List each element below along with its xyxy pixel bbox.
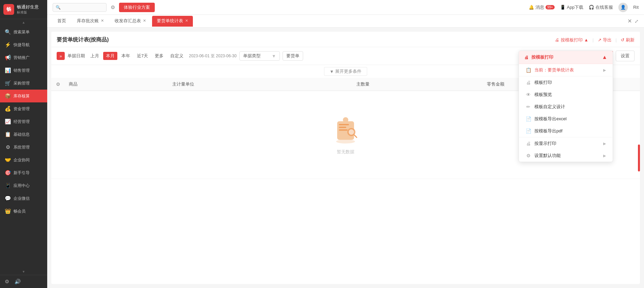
sidebar-scroll-down[interactable]: ▼ bbox=[0, 268, 47, 275]
settings-button[interactable]: 设置 bbox=[616, 51, 635, 61]
sidebar-item-inventory[interactable]: 📦 库存核算 bbox=[0, 90, 47, 102]
app-download-button[interactable]: 📱 App下载 bbox=[560, 4, 583, 10]
headset-icon: 🎧 bbox=[589, 5, 594, 10]
sidebar-item-purchase[interactable]: 🛒 采购管理 bbox=[0, 77, 47, 90]
refresh-button[interactable]: ↺ 刷新 bbox=[621, 37, 635, 43]
sales-icon: 📊 bbox=[5, 67, 11, 73]
sidebar-scroll-up[interactable]: ▲ bbox=[0, 19, 47, 26]
topbar: 🔍 ⚙ 体验行业方案 🔔 消息 99+ 📱 App下载 🎧 在线客服 👤 Rit bbox=[47, 0, 644, 15]
logo-icon: 畅 bbox=[3, 4, 14, 15]
messages-button[interactable]: 🔔 消息 99+ bbox=[529, 4, 555, 10]
page-actions: 🖨 按模板打印 ▲ | ↗ 导出 | ↺ 刷新 bbox=[555, 37, 635, 43]
svg-line-7 bbox=[354, 135, 357, 137]
close-all-tabs-button[interactable]: ✕ bbox=[627, 18, 632, 24]
gear-icon[interactable]: ⚙ bbox=[56, 82, 60, 87]
set-default-icon: ⚙ bbox=[526, 153, 531, 158]
sidebar-item-enterprise-wechat[interactable]: 💬 企业微信 bbox=[0, 192, 47, 205]
date-btn-this-year[interactable]: 本年 bbox=[119, 52, 133, 60]
print-dropdown-export-pdf[interactable]: 📄 按模板导出pdf bbox=[519, 125, 613, 137]
online-service-button[interactable]: 🎧 在线客服 bbox=[589, 4, 613, 10]
main-content: 🔍 ⚙ 体验行业方案 🔔 消息 99+ 📱 App下载 🎧 在线客服 👤 Rit bbox=[47, 0, 644, 288]
print-dropdown-current[interactable]: 📋 当前：要货单统计表 ▶ bbox=[519, 64, 613, 76]
filter-expand-button[interactable]: » bbox=[57, 52, 65, 60]
sidebar-item-finance[interactable]: 💰 资金管理 bbox=[0, 102, 47, 115]
doc-type-dropdown[interactable]: 单据类型 ▼ bbox=[239, 51, 280, 61]
right-scroll-indicator[interactable] bbox=[638, 145, 640, 171]
template-design-icon: ✏ bbox=[526, 104, 531, 109]
topbar-search[interactable]: 🔍 bbox=[53, 3, 107, 12]
refresh-icon: ↺ bbox=[621, 37, 624, 42]
order-type-input[interactable]: 要货单 bbox=[283, 51, 303, 61]
finance-icon: 💰 bbox=[5, 106, 11, 112]
app-logo: 畅 畅通好生意 标准版 bbox=[0, 0, 47, 19]
user-avatar[interactable]: 👤 bbox=[618, 3, 628, 12]
sidebar-item-enterprise[interactable]: 🤝 企业协同 bbox=[0, 154, 47, 166]
date-btn-7days[interactable]: 近7天 bbox=[134, 52, 151, 60]
svg-point-0 bbox=[336, 139, 355, 143]
date-btn-more[interactable]: 更多 bbox=[152, 52, 166, 60]
tab-close-order-summary[interactable]: ✕ bbox=[185, 19, 188, 23]
member-icon: 👑 bbox=[5, 208, 11, 214]
print-dropdown-display-print[interactable]: 🖨 按显示打印 ▶ bbox=[519, 137, 613, 150]
newcomer-icon: 🎯 bbox=[5, 170, 11, 176]
print-dropdown-arrow: ▲ bbox=[584, 37, 588, 42]
sidebar-item-operations[interactable]: 📈 经营管理 bbox=[0, 115, 47, 128]
print-icon: 🖨 bbox=[555, 37, 559, 42]
chevron-right-icon-3: ▶ bbox=[603, 154, 606, 158]
tab-collection-summary[interactable]: 收发存汇总表 ✕ bbox=[110, 16, 151, 27]
export-button[interactable]: ↗ 导出 bbox=[598, 37, 612, 43]
settings-icon[interactable]: ⚙ bbox=[5, 279, 9, 285]
logo-text: 畅通好生意 标准版 bbox=[17, 4, 39, 14]
print-button[interactable]: 🖨 按模板打印 ▲ bbox=[555, 37, 588, 43]
display-print-icon: 🖨 bbox=[526, 141, 531, 146]
tab-inventory-batch[interactable]: 库存批次账 ✕ bbox=[72, 16, 109, 27]
print-dropdown-template-print[interactable]: 🖨 模板打印 bbox=[519, 76, 613, 89]
expand-tabs-button[interactable]: ⤢ bbox=[635, 19, 639, 24]
sidebar-item-basic-info[interactable]: 📋 基础信息 bbox=[0, 128, 47, 141]
user-name[interactable]: Rit bbox=[633, 5, 639, 10]
date-options: 上月 本月 本年 近7天 更多 自定义 bbox=[88, 52, 186, 60]
purchase-icon: 🛒 bbox=[5, 80, 11, 86]
svg-rect-4 bbox=[339, 129, 348, 131]
speaker-icon[interactable]: 🔊 bbox=[14, 279, 21, 285]
print-dropdown-title: 🖨 按模板打印 bbox=[524, 54, 553, 60]
sidebar-item-app-center[interactable]: 📱 应用中心 bbox=[0, 179, 47, 192]
mobile-icon: 📱 bbox=[560, 5, 565, 10]
tab-close-collection-summary[interactable]: ✕ bbox=[143, 19, 146, 23]
tabs-bar: 首页 库存批次账 ✕ 收发存汇总表 ✕ 要货单统计表 ✕ ✕ ⤢ bbox=[47, 15, 644, 28]
tabs-actions: ✕ ⤢ bbox=[627, 18, 639, 24]
enterprise-wechat-icon: 💬 bbox=[5, 195, 11, 201]
tab-close-inventory-batch[interactable]: ✕ bbox=[101, 19, 104, 23]
svg-rect-2 bbox=[339, 124, 349, 125]
tab-home[interactable]: 首页 bbox=[53, 16, 71, 27]
trial-button[interactable]: 体验行业方案 bbox=[119, 3, 155, 12]
sidebar-item-newcomer[interactable]: 🎯 新手引导 bbox=[0, 166, 47, 179]
gear-icon[interactable]: ⚙ bbox=[111, 4, 115, 10]
svg-point-6 bbox=[349, 129, 354, 135]
avatar-placeholder: 👤 bbox=[620, 5, 626, 10]
table-header-gear[interactable]: ⚙ bbox=[51, 78, 65, 91]
print-dropdown-close-button[interactable]: ▲ bbox=[602, 54, 607, 60]
print-dropdown-template-design[interactable]: ✏ 模板自定义设计 bbox=[519, 101, 613, 113]
page-card: 要货单统计表(按商品) 🖨 按模板打印 ▲ | ↗ 导出 | ↺ bbox=[51, 32, 640, 284]
table-header-product: 商品 bbox=[65, 78, 168, 91]
empty-text: 暂无数据 bbox=[337, 149, 354, 155]
date-btn-custom[interactable]: 自定义 bbox=[168, 52, 186, 60]
print-dropdown-export-excel[interactable]: 📄 按模板导出excel bbox=[519, 113, 613, 125]
sidebar-item-system[interactable]: ⚙ 系统管理 bbox=[0, 141, 47, 154]
date-btn-this-month[interactable]: 本月 bbox=[103, 52, 117, 60]
tab-order-summary[interactable]: 要货单统计表 ✕ bbox=[152, 16, 193, 27]
sidebar-item-sales[interactable]: 📊 销售管理 bbox=[0, 64, 47, 77]
sidebar-item-quick-nav[interactable]: ⚡ 快捷导航 bbox=[0, 38, 47, 51]
sidebar-item-search-menu[interactable]: 🔍 搜索菜单 bbox=[0, 26, 47, 38]
date-btn-prev-month[interactable]: 上月 bbox=[88, 52, 102, 60]
sidebar-item-marketing[interactable]: 📢 营销推广 bbox=[0, 51, 47, 64]
current-icon: 📋 bbox=[526, 67, 531, 73]
expand-more-button[interactable]: ▼ 展开更多条件 bbox=[324, 67, 368, 76]
table-header-qty: 主数量 bbox=[352, 78, 483, 91]
print-dropdown-set-default[interactable]: ⚙ 设置默认功能 ▶ bbox=[519, 150, 613, 162]
svg-rect-3 bbox=[339, 127, 346, 128]
print-dropdown-template-preview[interactable]: 👁 模板预览 bbox=[519, 89, 613, 101]
dropdown-arrow: ▼ bbox=[272, 54, 276, 59]
sidebar-item-member[interactable]: 👑 畅会员 bbox=[0, 205, 47, 218]
